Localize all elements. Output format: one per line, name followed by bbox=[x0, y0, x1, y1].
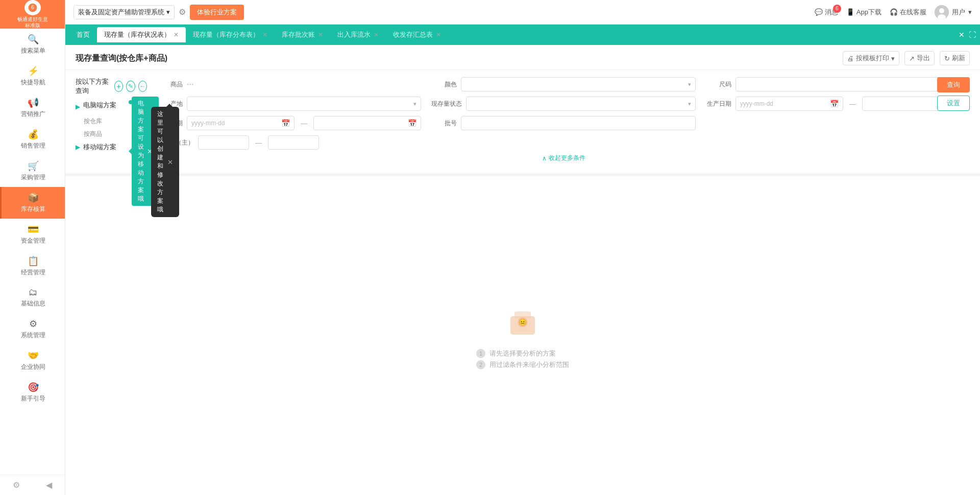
tab-flow[interactable]: 出入库流水 ✕ bbox=[330, 27, 386, 42]
sidebar-item-collab[interactable]: 🤝 企业协同 bbox=[0, 345, 65, 376]
print-dropdown-icon: ▾ bbox=[891, 55, 895, 62]
header-left: 装备及固定资产辅助管理系统 ▾ ⚙ 体验行业方案 bbox=[74, 5, 244, 20]
sidebar: 6 畅通道好生意 标准版 🔍 搜索菜单 ⚡ 快捷导航 📢 营销推广 💰 销售管理… bbox=[0, 0, 65, 495]
message-badge: 6 bbox=[833, 5, 841, 13]
tab-inventory-dist[interactable]: 现存量（库存分布表） ✕ bbox=[186, 27, 275, 42]
expire-date-from-icon[interactable]: 📅 bbox=[281, 119, 290, 127]
reset-btn[interactable]: 设置 bbox=[937, 96, 970, 111]
sidebar-item-finance[interactable]: 💳 资金管理 bbox=[0, 219, 65, 250]
sidebar-item-operation[interactable]: 📋 经营管理 bbox=[0, 250, 65, 282]
printer-icon: 🖨 bbox=[847, 55, 854, 62]
query-btn[interactable]: 查询 bbox=[937, 77, 970, 92]
tab-close-inventory-status[interactable]: ✕ bbox=[174, 31, 179, 38]
pc-scheme-label: 电脑端方案 bbox=[83, 101, 116, 110]
sidebar-item-system[interactable]: ⚙ 系统管理 bbox=[0, 313, 65, 345]
refresh-icon: ↻ bbox=[944, 55, 950, 62]
search-icon: 🔍 bbox=[28, 34, 39, 45]
tab-summary[interactable]: 收发存汇总表 ✕ bbox=[386, 27, 448, 42]
tab-inventory-status[interactable]: 现存量（库存状况表） ✕ bbox=[97, 27, 186, 42]
size-select[interactable]: ▾ bbox=[736, 77, 970, 91]
tab-close-batch[interactable]: ✕ bbox=[318, 31, 323, 38]
nav-icon: ⚡ bbox=[28, 65, 39, 77]
sidebar-item-baseinfo[interactable]: 🗂 基础信息 bbox=[0, 282, 65, 313]
tab-close-flow[interactable]: ✕ bbox=[374, 31, 379, 38]
produce-date-from-icon[interactable]: 📅 bbox=[830, 100, 839, 108]
sales-icon: 💰 bbox=[28, 129, 39, 140]
filter-row-color: 颜色 ▾ bbox=[431, 77, 695, 91]
filter-row-status: 现存量状态 ▾ bbox=[431, 97, 695, 111]
filter-row-expire-date: 失效日期 yyyy-mm-dd 📅 — 📅 bbox=[157, 116, 421, 130]
expire-date-from[interactable]: yyyy-mm-dd 📅 bbox=[187, 116, 295, 130]
status-select[interactable]: ▾ bbox=[466, 97, 695, 111]
tab-close-summary[interactable]: ✕ bbox=[436, 31, 441, 38]
mobile-scheme-label: 移动端方案 bbox=[83, 143, 116, 152]
edit-tooltip-close[interactable]: ✕ bbox=[167, 158, 173, 166]
svg-point-3 bbox=[939, 8, 944, 13]
add-scheme-btn[interactable]: + bbox=[114, 81, 123, 92]
refresh-btn[interactable]: ↻ 刷新 bbox=[940, 51, 970, 65]
expire-date-to-icon[interactable]: 📅 bbox=[408, 119, 416, 127]
sidebar-item-purchase[interactable]: 🛒 采购管理 bbox=[0, 155, 65, 187]
tab-close-inventory-dist[interactable]: ✕ bbox=[262, 31, 267, 38]
collapse-filter-btn[interactable]: ∧ 收起更多条件 bbox=[157, 150, 970, 167]
industry-btn[interactable]: 体验行业方案 bbox=[190, 5, 244, 20]
svg-text:6: 6 bbox=[31, 5, 34, 10]
origin-select-arrow: ▾ bbox=[413, 101, 416, 107]
produce-date-from[interactable]: yyyy-mm-dd 📅 bbox=[736, 97, 843, 111]
expire-date-to[interactable]: 📅 bbox=[313, 116, 421, 130]
message-icon: 💬 bbox=[815, 8, 823, 16]
color-select-arrow: ▾ bbox=[688, 81, 691, 88]
inventory-icon: 📦 bbox=[28, 192, 39, 203]
edit-tooltip: 这里可以创建和修改方案哦 ✕ bbox=[151, 107, 179, 217]
fullscreen-icon[interactable]: ⛶ bbox=[969, 31, 976, 39]
filter-grid: 商品 ··· 颜色 ▾ 尺码 ▾ bbox=[157, 77, 970, 150]
system-icon: ⚙ bbox=[29, 318, 37, 329]
user-menu[interactable]: 用户 ▾ bbox=[935, 5, 972, 19]
sidebar-item-guide[interactable]: 🎯 新手引导 bbox=[0, 376, 65, 408]
sidebar-item-sales[interactable]: 💰 销售管理 bbox=[0, 124, 65, 155]
finance-icon: 💳 bbox=[28, 224, 39, 235]
tab-batch[interactable]: 库存批次账 ✕ bbox=[275, 27, 330, 42]
tab-bar-end: ✕ ⛶ bbox=[959, 31, 976, 39]
filter-row-origin: 产地 ▾ bbox=[157, 97, 421, 111]
logo-icon: 6 bbox=[24, 0, 41, 15]
filter-scheme-panel: 按以下方案查询 + ✎ ← ▶ 电脑端方案 电脑方案可设为移动方案哦 bbox=[76, 77, 147, 152]
export-icon: ↗ bbox=[909, 55, 915, 62]
edit-scheme-btn[interactable]: ✎ bbox=[126, 81, 135, 92]
baseinfo-icon: 🗂 bbox=[29, 287, 38, 298]
tab-home[interactable]: 首页 bbox=[69, 27, 97, 42]
header-right: 💬 消息 6 📱 App下载 🎧 在线客服 用户 ▾ bbox=[815, 5, 972, 19]
marketing-icon: 📢 bbox=[28, 97, 39, 108]
settings-bottom-btn[interactable]: ⚙ bbox=[13, 480, 20, 490]
sidebar-item-nav[interactable]: ⚡ 快捷导航 bbox=[0, 60, 65, 92]
sidebar-bottom: ⚙ ◀ bbox=[0, 475, 65, 495]
sidebar-item-search[interactable]: 🔍 搜索菜单 bbox=[0, 29, 65, 60]
avatar bbox=[935, 5, 949, 19]
app-logo: 6 畅通道好生意 标准版 bbox=[0, 0, 65, 29]
system-selector[interactable]: 装备及固定资产辅助管理系统 ▾ bbox=[74, 5, 175, 19]
empty-tips: 1 请先选择要分析的方案 2 用过滤条件来缩小分析范围 bbox=[476, 347, 569, 371]
print-btn[interactable]: 🖨 按模板打印 ▾ bbox=[843, 51, 899, 65]
tab-close-all-icon[interactable]: ✕ bbox=[959, 31, 965, 39]
sidebar-item-marketing[interactable]: 📢 营销推广 bbox=[0, 92, 65, 124]
top-header: 装备及固定资产辅助管理系统 ▾ ⚙ 体验行业方案 💬 消息 6 📱 App下载 … bbox=[65, 0, 980, 25]
goods-picker-btn[interactable]: ··· bbox=[187, 80, 193, 89]
purchase-icon: 🛒 bbox=[28, 160, 39, 172]
filter-row-produce-date: 生产日期 yyyy-mm-dd 📅 — 📅 bbox=[706, 97, 970, 111]
sidebar-item-inventory[interactable]: 📦 库存核算 bbox=[0, 187, 65, 219]
settings-icon[interactable]: ⚙ bbox=[179, 7, 186, 17]
stock-from-input[interactable] bbox=[198, 135, 249, 150]
origin-select[interactable]: ▾ bbox=[187, 97, 421, 111]
guide-icon: 🎯 bbox=[28, 382, 39, 393]
collapse-sidebar-btn[interactable]: ◀ bbox=[46, 480, 52, 490]
export-btn[interactable]: ↗ 导出 bbox=[904, 51, 935, 65]
filter-row-batch: 批号 bbox=[431, 116, 695, 130]
color-select[interactable]: ▾ bbox=[461, 77, 695, 91]
online-support-btn[interactable]: 🎧 在线客服 bbox=[890, 8, 926, 17]
message-btn[interactable]: 💬 消息 6 bbox=[815, 8, 838, 17]
batch-input[interactable] bbox=[461, 116, 695, 130]
filter-row-goods: 商品 ··· bbox=[157, 77, 421, 91]
back-scheme-btn[interactable]: ← bbox=[138, 81, 147, 92]
stock-to-input[interactable] bbox=[268, 135, 319, 150]
app-download-btn[interactable]: 📱 App下载 bbox=[846, 8, 881, 17]
